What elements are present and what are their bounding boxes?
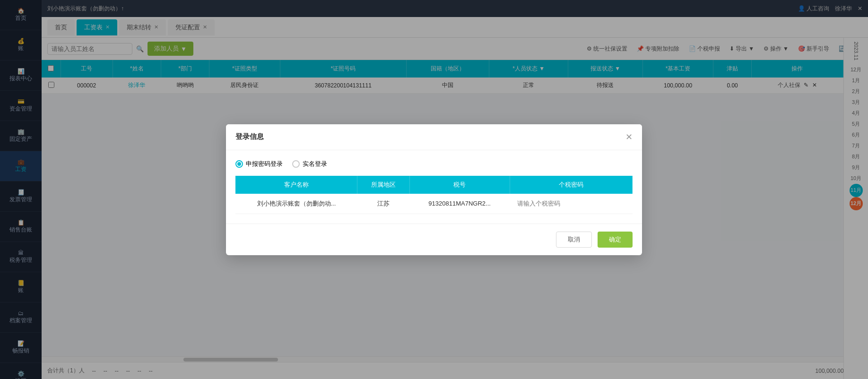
password-field[interactable] [517, 200, 625, 207]
col-client-name: 客户名称 [235, 176, 357, 194]
radio-dot-password [235, 160, 243, 168]
dialog-overlay: 登录信息 ✕ 申报密码登录 实名登录 客户名称 [0, 0, 868, 379]
login-dialog: 登录信息 ✕ 申报密码登录 实名登录 客户名称 [226, 124, 642, 255]
col-region: 所属地区 [357, 176, 409, 194]
radio-password-login[interactable]: 申报密码登录 [235, 160, 283, 168]
cell-region: 江苏 [357, 194, 409, 214]
confirm-button[interactable]: 确定 [598, 232, 633, 248]
radio-realname-login[interactable]: 实名登录 [292, 160, 327, 168]
login-table-row: 刘小艳演示账套（勿删勿动... 江苏 91320811MA7NGR2... [235, 194, 633, 214]
cell-password-input[interactable] [510, 194, 632, 214]
radio-dot-realname [292, 160, 300, 168]
dialog-footer: 取消 确定 [226, 224, 642, 255]
cell-client-name: 刘小艳演示账套（勿删勿动... [235, 194, 357, 214]
dialog-header: 登录信息 ✕ [226, 124, 642, 150]
col-password: 个税密码 [510, 176, 632, 194]
dialog-close-button[interactable]: ✕ [625, 132, 633, 142]
login-type-radio-group: 申报密码登录 实名登录 [235, 160, 633, 168]
dialog-body: 申报密码登录 实名登录 客户名称 所属地区 税号 个税密码 [226, 150, 642, 224]
login-table: 客户名称 所属地区 税号 个税密码 刘小艳演示账套（勿删勿动... 江苏 913… [235, 176, 633, 214]
dialog-title: 登录信息 [235, 132, 264, 141]
cancel-button[interactable]: 取消 [556, 232, 592, 248]
cell-tax-no: 91320811MA7NGR2... [409, 194, 510, 214]
col-tax-no: 税号 [409, 176, 510, 194]
